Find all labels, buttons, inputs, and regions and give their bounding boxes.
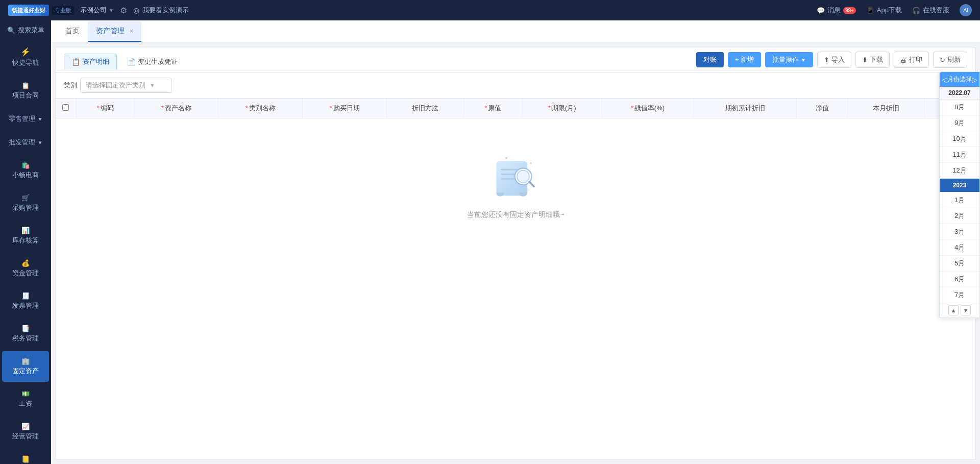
col-depreciation-method-label: 折旧方法 [412,104,438,112]
month-item-3[interactable]: 3月 [940,224,979,240]
month-item-4[interactable]: 4月 [940,240,979,256]
tab-close-icon[interactable]: × [130,28,133,35]
brand-tag: 专业版 [52,6,74,15]
svg-line-9 [529,182,534,186]
sidebar-item-fixed-assets[interactable]: 🏢 固定资产 [2,351,49,382]
import-icon: ⬆ [824,56,829,64]
sidebar-item-project[interactable]: 📋 项目合同 [2,76,49,106]
collapse-left-icon[interactable]: ◁ [942,76,947,84]
svg-point-11 [530,162,532,164]
sidebar-label-salary: 工资 [19,399,32,408]
refresh-button[interactable]: ↻ 刷新 [933,52,967,68]
sidebar-label-purchase: 采购管理 [12,203,39,212]
app-download-button[interactable]: 📱 App下载 [866,6,902,15]
sidebar-item-wholesale[interactable]: 批发管理 ▼ [2,132,49,153]
inventory-icon: 📊 [21,227,30,234]
sidebar-label-ecommerce: 小畅电商 [12,170,39,180]
col-accumulated-dep-label: 期初累计折旧 [725,104,765,112]
company-name: 示例公司 [80,6,107,15]
sidebar-item-invoice[interactable]: 🧾 发票管理 [2,286,49,316]
refresh-icon: ↻ [940,56,945,64]
month-item-8[interactable]: 8月 [940,100,979,115]
sidebar-item-inventory[interactable]: 📊 库存核算 [2,221,49,251]
sidebar-item-quick-nav[interactable]: ⚡ 快捷导航 [2,41,49,74]
asset-mgmt-tab-label: 资产管理 [96,27,125,36]
month-item-2[interactable]: 2月 [940,208,979,224]
month-item-1[interactable]: 1月 [940,192,979,208]
invoice-icon: 🧾 [21,292,30,300]
month-item-6[interactable]: 6月 [940,272,979,287]
avatar-text: Ai [963,7,968,13]
top-bar-left: 畅捷通好业财 专业版 示例公司 ▼ ⚙ ◎ 我要看实例演示 [8,5,189,16]
tab-home[interactable]: 首页 [57,21,88,42]
tab-asset-mgmt[interactable]: 资产管理 × [88,21,141,42]
message-button[interactable]: 💬 消息 99+ [817,6,856,15]
main-layout: 🔍 搜索菜单 ⚡ 快捷导航 📋 项目合同 零售管理 ▼ 批发管理 ▼ 🛍️ 小畅… [0,20,980,464]
print-button[interactable]: 🖨 打印 [894,52,929,68]
content-area: 首页 资产管理 × 📋 资产明细 📄 变更生成凭证 [51,20,980,464]
demo-link-text: 我要看实例演示 [142,6,189,15]
year-2022-label: 2022.07 [940,87,979,100]
wholesale-label: 批发管理 [9,138,35,147]
message-badge: 99+ [843,7,856,14]
month-item-10[interactable]: 10月 [940,131,979,147]
sidebar-item-retail[interactable]: 零售管理 ▼ [2,108,49,130]
category-placeholder: 请选择固定资产类别 [86,81,145,90]
col-category: *类别名称 [218,99,303,118]
month-item-5[interactable]: 5月 [940,256,979,272]
online-service-button[interactable]: 🎧 在线客服 [912,6,949,15]
tab-bar: 首页 资产管理 × [51,20,980,43]
nav-down-icon[interactable]: ▼ [961,305,971,315]
company-selector[interactable]: 示例公司 ▼ [80,6,114,15]
sidebar-item-general-ledger[interactable]: 📒 总账管理 [2,449,49,464]
month-item-9[interactable]: 9月 [940,115,979,131]
sidebar-item-search[interactable]: 🔍 搜索菜单 [0,20,51,40]
salary-icon: 💵 [21,390,30,398]
import-button[interactable]: ⬆ 导入 [817,52,851,68]
select-all-checkbox[interactable] [62,104,69,111]
asset-detail-icon: 📋 [71,58,80,66]
sidebar-item-salary[interactable]: 💵 工资 [2,384,49,414]
ecommerce-icon: 🛍️ [21,161,30,169]
sidebar-label-tax: 税务管理 [12,334,39,343]
sidebar-item-purchase[interactable]: 🛒 采购管理 [2,188,49,218]
month-item-12[interactable]: 12月 [940,163,979,179]
col-code-label: 编码 [101,104,114,112]
sub-tab-change-voucher-label: 变更生成凭证 [138,57,178,66]
app-download-label: App下载 [877,6,902,15]
sidebar-label-finance: 资金管理 [12,268,39,278]
download-button[interactable]: ⬇ 下载 [855,52,890,68]
month-item-7[interactable]: 7月 [940,287,979,303]
print-label: 打印 [909,55,922,64]
sidebar-item-tax[interactable]: 📑 税务管理 [2,319,49,349]
sidebar-label-quick-nav: 快捷导航 [12,58,39,67]
category-select[interactable]: 请选择固定资产类别 ▼ [80,78,172,93]
assets-table: *编码 *资产名称 *类别名称 *购买日期 [56,99,975,118]
col-net-value-label: 净值 [816,104,829,112]
col-monthly-dep: 本月折旧 [848,99,925,118]
sub-tab-asset-detail-label: 资产明细 [83,57,109,66]
general-ledger-icon: 📒 [21,455,30,463]
sidebar-item-finance[interactable]: 💰 资金管理 [2,253,49,284]
operations-icon: 📈 [21,423,30,430]
reconcile-button[interactable]: 对账 [696,52,724,67]
expand-right-icon[interactable]: ▷ [972,76,977,84]
col-original-value: *原值 [464,99,522,118]
sub-tab-asset-detail[interactable]: 📋 资产明细 [64,54,117,70]
sidebar-item-ecommerce[interactable]: 🛍️ 小畅电商 [2,155,49,186]
batch-button[interactable]: 批量操作 ▼ [765,52,813,67]
download-icon: ⬇ [862,56,868,64]
import-label: 导入 [831,55,845,64]
settings-button[interactable]: ⚙ [120,6,127,15]
add-button[interactable]: + 新增 [728,52,761,67]
sidebar-item-operations[interactable]: 📈 经营管理 [2,417,49,447]
demo-link[interactable]: ◎ 我要看实例演示 [133,6,189,15]
print-icon: 🖨 [900,56,907,64]
batch-label: 批量操作 [772,55,799,64]
user-avatar[interactable]: Ai [960,4,972,16]
search-icon: 🔍 [7,27,15,34]
batch-chevron-icon: ▼ [801,57,806,63]
nav-up-icon[interactable]: ▲ [948,305,959,315]
sub-tab-change-voucher[interactable]: 📄 变更生成凭证 [119,54,185,70]
month-item-11[interactable]: 11月 [940,147,979,163]
